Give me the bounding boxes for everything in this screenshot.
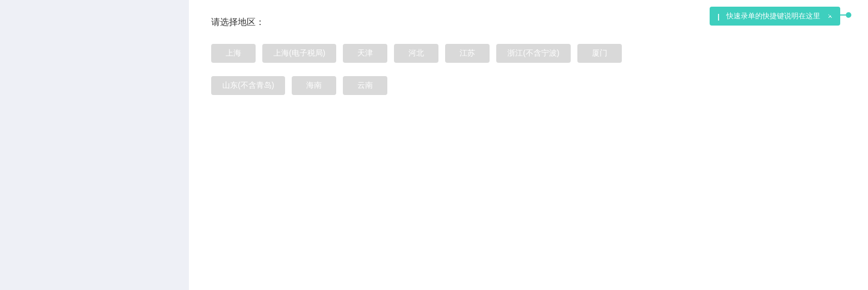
region-btn-shanghai-etax[interactable]: 上海(电子税局)	[262, 44, 336, 63]
region-btn-shandong[interactable]: 山东(不含青岛)	[211, 76, 285, 95]
tooltip-banner: 快速录单的快捷键说明在这里 ×	[710, 7, 840, 26]
region-btn-yunnan[interactable]: 云南	[343, 76, 387, 95]
region-btn-zhejiang[interactable]: 浙江(不含宁波)	[496, 44, 570, 63]
region-btn-hainan[interactable]: 海南	[292, 76, 336, 95]
left-sidebar	[0, 0, 189, 290]
main-content: 请选择地区： 上海 上海(电子税局) 天津 河北 江苏 浙江(不含宁波) 厦门 …	[189, 0, 868, 290]
connector-line	[829, 14, 846, 16]
region-btn-shanghai[interactable]: 上海	[211, 44, 256, 63]
region-btn-tianjin[interactable]: 天津	[343, 44, 387, 63]
region-btn-hebei[interactable]: 河北	[394, 44, 438, 63]
tooltip-text: 快速录单的快捷键说明在这里	[726, 11, 820, 21]
region-buttons-container: 上海 上海(电子税局) 天津 河北 江苏 浙江(不含宁波) 厦门 山东(不含青岛…	[211, 44, 846, 95]
dot-indicator	[846, 12, 851, 18]
region-btn-xiamen[interactable]: 厦门	[577, 44, 622, 63]
tooltip-close-icon[interactable]: ×	[828, 12, 832, 21]
region-btn-jiangsu[interactable]: 江苏	[445, 44, 490, 63]
